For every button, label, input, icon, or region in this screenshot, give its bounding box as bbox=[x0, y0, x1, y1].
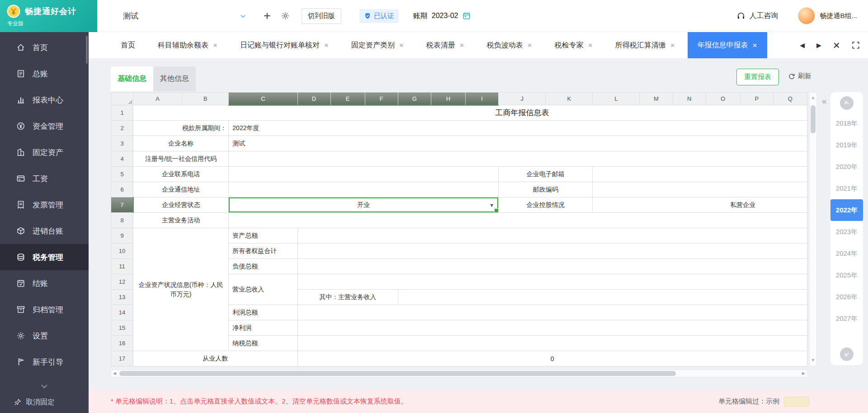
cell-total-assets-value[interactable] bbox=[297, 228, 807, 244]
cell-revenue-label[interactable]: 营业总收入 bbox=[229, 274, 297, 305]
column-header[interactable]: F bbox=[365, 93, 398, 105]
cell-net-profit-value[interactable] bbox=[297, 320, 807, 336]
horizontal-scrollbar[interactable]: ◀ ▶ bbox=[111, 370, 807, 377]
sidebar-item[interactable]: 进销台账 bbox=[0, 218, 89, 244]
cell-main-business-label[interactable]: 主营业务活动 bbox=[133, 213, 229, 228]
calendar-icon[interactable] bbox=[462, 12, 471, 20]
row-header[interactable]: 14 bbox=[111, 305, 133, 320]
cell-email-label[interactable]: 企业电子邮箱 bbox=[499, 167, 593, 182]
scroll-down-arrow[interactable]: ▼ bbox=[810, 357, 816, 364]
cell-registration-label[interactable]: 注册号/统一社会信用代码 bbox=[133, 151, 229, 167]
cell-tax-period-label[interactable]: 税款所属期间： bbox=[133, 121, 229, 136]
tab-close-icon[interactable]: × bbox=[213, 42, 217, 49]
cell-business-status-label[interactable]: 企业经营状态 bbox=[133, 197, 229, 213]
sidebar-item[interactable]: 工资 bbox=[0, 165, 89, 192]
tab-close-icon[interactable]: × bbox=[670, 42, 675, 49]
row-header[interactable]: 6 bbox=[111, 182, 133, 197]
year-item[interactable]: 2022年 bbox=[830, 199, 863, 221]
year-item[interactable]: 2023年 bbox=[830, 221, 863, 243]
workspace-tab[interactable]: 首页 bbox=[111, 32, 145, 58]
fullscreen-icon[interactable] bbox=[852, 41, 860, 49]
sidebar-item[interactable]: 发票管理 bbox=[0, 192, 89, 218]
gear-icon[interactable] bbox=[281, 11, 290, 20]
row-header[interactable]: 15 bbox=[111, 320, 133, 336]
cell-holding-value[interactable]: 私营企业 bbox=[593, 197, 807, 213]
cell-company-name-value[interactable]: 测试 bbox=[229, 136, 807, 151]
collapse-year-panel-icon[interactable]: « bbox=[822, 96, 827, 106]
cell-liabilities-value[interactable] bbox=[297, 259, 807, 274]
tab-close-icon[interactable]: × bbox=[399, 42, 404, 49]
cell-tax-period-value[interactable]: 2022年度 bbox=[229, 121, 807, 136]
column-header[interactable]: I bbox=[465, 93, 498, 105]
cell-net-profit-label[interactable]: 净利润 bbox=[229, 320, 297, 336]
cell-employees-value[interactable]: 0 bbox=[297, 351, 807, 366]
column-header[interactable]: M bbox=[640, 93, 673, 105]
column-header[interactable]: N bbox=[673, 93, 706, 105]
horizontal-scrollbar-thumb[interactable] bbox=[119, 371, 676, 376]
column-header[interactable]: Q bbox=[773, 93, 807, 105]
sidebar-item[interactable]: 首页 bbox=[0, 34, 89, 61]
cell-registration-value[interactable] bbox=[229, 151, 807, 167]
cell-liabilities-label[interactable]: 负债总额 bbox=[229, 259, 297, 274]
user-avatar[interactable] bbox=[798, 7, 815, 24]
sidebar-item[interactable]: 税务管理 bbox=[0, 244, 89, 270]
cell-email-value[interactable] bbox=[593, 167, 807, 182]
sidebar-item[interactable]: 总账 bbox=[0, 61, 89, 87]
cell-main-revenue-value[interactable] bbox=[398, 290, 807, 305]
workspace-tab[interactable]: 税检专家 × bbox=[545, 32, 603, 58]
scroll-right-arrow[interactable]: ▶ bbox=[800, 370, 807, 377]
reset-report-button[interactable]: 重置报表 bbox=[736, 69, 779, 85]
cell-profit-value[interactable] bbox=[297, 305, 807, 320]
sidebar-item[interactable]: 报表中心 bbox=[0, 87, 89, 113]
workspace-tab[interactable]: 日记账与银行对账单核对 × bbox=[230, 32, 339, 58]
cell-address-label[interactable]: 企业通信地址 bbox=[133, 182, 229, 197]
year-item[interactable]: 2021年 bbox=[830, 178, 863, 199]
switch-old-version-button[interactable]: 切到旧版 bbox=[302, 8, 341, 24]
tab-close-icon[interactable]: × bbox=[588, 42, 593, 49]
column-header[interactable]: P bbox=[740, 93, 773, 105]
row-header-selected[interactable]: 7 bbox=[111, 197, 133, 213]
column-header[interactable]: L bbox=[593, 93, 640, 105]
cell-employees-label[interactable]: 从业人数 bbox=[133, 351, 297, 366]
row-header[interactable]: 8 bbox=[111, 213, 133, 228]
row-header[interactable]: 5 bbox=[111, 167, 133, 182]
sidebar-scrollbar-thumb[interactable] bbox=[86, 36, 88, 64]
cell-total-tax-label[interactable]: 纳税总额 bbox=[229, 336, 297, 351]
year-item[interactable]: 2024年 bbox=[830, 243, 863, 264]
column-header[interactable]: K bbox=[546, 93, 593, 105]
report-subtab[interactable]: 基础信息 bbox=[111, 66, 153, 91]
cell-phone-value[interactable] bbox=[229, 167, 499, 182]
row-header[interactable]: 9 bbox=[111, 228, 133, 244]
refresh-button[interactable]: 刷新 bbox=[788, 72, 811, 80]
cell-phone-label[interactable]: 企业联系电话 bbox=[133, 167, 229, 182]
cell-profit-label[interactable]: 利润总额 bbox=[229, 305, 297, 320]
cell-assets-group-label[interactable]: 企业资产状况信息(币种：人民币万元) bbox=[133, 228, 229, 351]
year-item[interactable]: 2018年 bbox=[830, 113, 863, 134]
workspace-tab[interactable]: 税表清册 × bbox=[416, 32, 474, 58]
year-item[interactable]: 2025年 bbox=[830, 264, 863, 286]
cell-zip-value[interactable] bbox=[593, 182, 807, 197]
certified-badge[interactable]: 已认证 bbox=[359, 9, 399, 23]
sidebar-item[interactable]: 固定资产 bbox=[0, 139, 89, 165]
cell-total-assets-label[interactable]: 资产总额 bbox=[229, 228, 297, 244]
cell-total-tax-value[interactable] bbox=[297, 336, 807, 351]
column-header[interactable]: C bbox=[229, 93, 297, 105]
dropdown-arrow-icon[interactable]: ▼ bbox=[489, 202, 494, 208]
column-header[interactable]: E bbox=[330, 93, 365, 105]
row-header[interactable]: 17 bbox=[111, 351, 133, 366]
column-header[interactable]: A bbox=[133, 93, 182, 105]
row-header[interactable]: 1 bbox=[111, 105, 133, 121]
row-header[interactable]: 2 bbox=[111, 121, 133, 136]
column-header[interactable]: D bbox=[297, 93, 330, 105]
workspace-tab[interactable]: 年报信息申报表 × bbox=[688, 32, 767, 58]
years-scroll-up-button[interactable] bbox=[840, 96, 854, 110]
row-header[interactable]: 10 bbox=[111, 244, 133, 259]
cell-owners-equity-value[interactable] bbox=[297, 244, 807, 259]
tab-close-icon[interactable]: × bbox=[753, 42, 757, 49]
row-header[interactable]: 3 bbox=[111, 136, 133, 151]
cell-sheet-title[interactable]: 工商年报信息表 bbox=[133, 105, 807, 121]
workspace-tab[interactable]: 税负波动表 × bbox=[477, 32, 542, 58]
scroll-tabs-right-button[interactable]: ▶ bbox=[816, 42, 821, 49]
sidebar-scroll-more-icon[interactable] bbox=[0, 384, 89, 389]
workspace-tab[interactable]: 科目辅助余额表 × bbox=[148, 32, 227, 58]
